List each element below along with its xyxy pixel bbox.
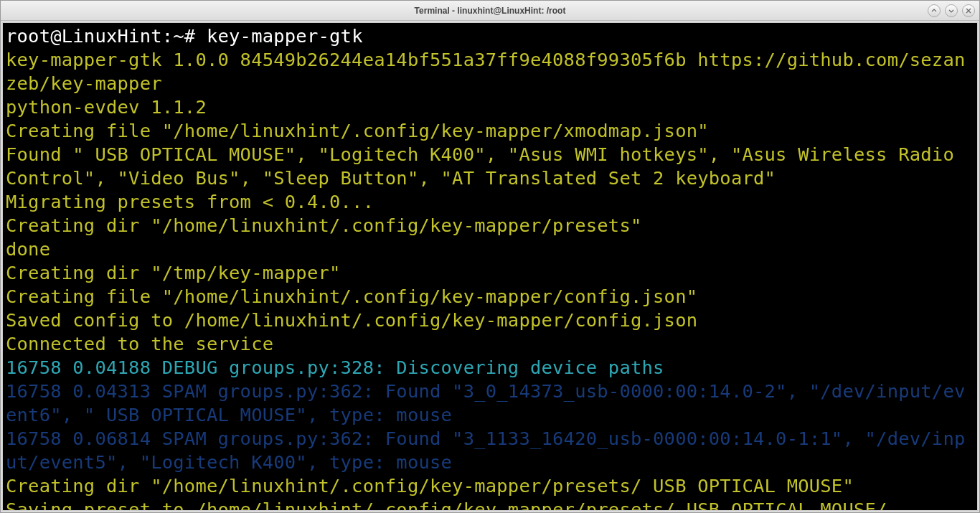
terminal-line: Creating dir "/tmp/key-mapper": [6, 262, 341, 283]
terminal-line: 16758 0.04188 DEBUG groups.py:328: Disco…: [6, 357, 664, 378]
terminal-line: Creating dir "/home/linuxhint/.config/ke…: [6, 475, 854, 496]
terminal-line: key-mapper-gtk 1.0.0 84549b26244ea14bf55…: [6, 49, 966, 94]
terminal-line: Migrating presets from < 0.4.0...: [6, 191, 374, 212]
terminal-viewport[interactable]: root@LinuxHint:~# key-mapper-gtk key-map…: [2, 22, 978, 511]
terminal-line: Found " USB OPTICAL MOUSE", "Logitech K4…: [6, 143, 966, 189]
minimize-button[interactable]: [928, 4, 941, 17]
close-button[interactable]: [962, 4, 975, 17]
terminal-line: done: [6, 238, 50, 260]
terminal-line: Saving preset to /home/linuxhint/.config…: [6, 499, 887, 511]
terminal-line: Connected to the service: [6, 333, 273, 354]
terminal-line: python-evdev 1.1.2: [6, 96, 207, 118]
titlebar[interactable]: Terminal - linuxhint@LinuxHint: /root: [1, 1, 979, 21]
maximize-button[interactable]: [945, 4, 958, 17]
terminal-line: Creating dir "/home/linuxhint/.config/ke…: [6, 215, 641, 236]
terminal-line: Creating file "/home/linuxhint/.config/k…: [6, 120, 709, 141]
terminal-line: Saved config to /home/linuxhint/.config/…: [6, 309, 697, 331]
terminal-line: 16758 0.06814 SPAM groups.py:362: Found …: [6, 428, 966, 473]
window-title: Terminal - linuxhint@LinuxHint: /root: [415, 6, 566, 16]
shell-prompt: root@LinuxHint:~#: [6, 25, 207, 47]
window-controls: [928, 4, 975, 17]
terminal-window: Terminal - linuxhint@LinuxHint: /root ro…: [0, 0, 980, 513]
shell-command: key-mapper-gtk: [207, 25, 363, 47]
terminal-line: 16758 0.04313 SPAM groups.py:362: Found …: [6, 380, 966, 425]
terminal-line: Creating file "/home/linuxhint/.config/k…: [6, 286, 697, 307]
